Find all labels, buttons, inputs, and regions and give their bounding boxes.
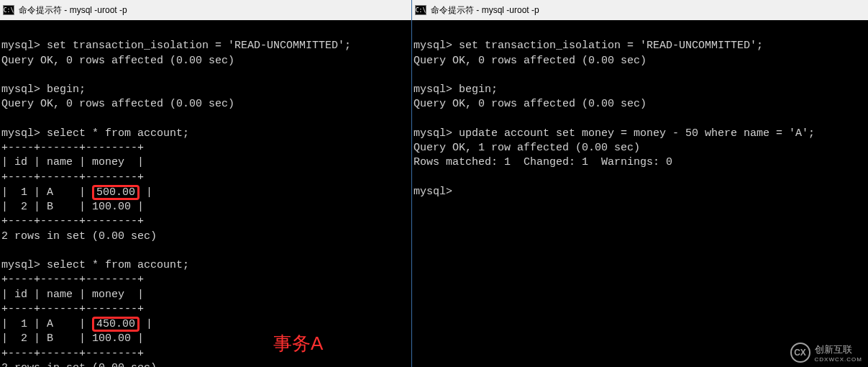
- prompt: mysql>: [1, 40, 40, 52]
- terminal-pane-right: C:\ 命令提示符 - mysql -uroot -p mysql> set t…: [412, 0, 868, 367]
- table-border: +----+------+--------+: [1, 303, 144, 315]
- table-header: | id | name | money |: [1, 289, 144, 301]
- query-result: Query OK, 0 rows affected (0.00 sec): [1, 55, 234, 67]
- query-result: 2 rows in set (0.00 sec): [1, 230, 157, 243]
- watermark-logo-icon: CX: [790, 343, 810, 363]
- titlebar-left[interactable]: C:\ 命令提示符 - mysql -uroot -p: [0, 0, 411, 20]
- query-result: Query OK, 0 rows affected (0.00 sec): [414, 98, 647, 110]
- annotation-label-a: 事务A: [273, 331, 323, 356]
- query-result: Rows matched: 1 Changed: 1 Warnings: 0: [414, 156, 672, 168]
- table-border: +----+------+--------+: [1, 348, 144, 360]
- sql-command: update account set money = money - 50 wh…: [459, 127, 815, 140]
- prompt: mysql>: [414, 40, 452, 52]
- table-border: +----+------+--------+: [1, 171, 144, 184]
- sql-command: select * from account;: [47, 259, 189, 271]
- query-result: Query OK, 0 rows affected (0.00 sec): [414, 55, 647, 67]
- table-row: |: [140, 186, 152, 199]
- window-title: 命令提示符 - mysql -uroot -p: [19, 4, 127, 17]
- table-border: +----+------+--------+: [1, 273, 144, 286]
- window-title: 命令提示符 - mysql -uroot -p: [431, 4, 539, 17]
- watermark-text: 创新互联: [815, 343, 862, 356]
- table-header: | id | name | money |: [1, 156, 144, 168]
- highlight-value: 500.00: [92, 185, 140, 200]
- watermark-subtext: CDXWCX.COM: [815, 356, 862, 363]
- prompt: mysql>: [1, 127, 40, 140]
- table-border: +----+------+--------+: [1, 142, 144, 154]
- prompt: mysql>: [414, 186, 452, 198]
- sql-command: begin;: [459, 83, 498, 96]
- cmd-icon: C:\: [415, 5, 426, 15]
- table-row: | 1 | A |: [1, 318, 92, 330]
- watermark: CX 创新互联 CDXWCX.COM: [790, 343, 862, 363]
- query-result: Query OK, 0 rows affected (0.00 sec): [1, 98, 234, 110]
- query-result: Query OK, 1 row affected (0.00 sec): [414, 142, 640, 154]
- cmd-icon: C:\: [3, 5, 14, 15]
- sql-command: set transaction_isolation = 'READ-UNCOMM…: [459, 40, 763, 52]
- table-row: | 2 | B | 100.00 |: [1, 332, 144, 345]
- terminal-output-left[interactable]: mysql> set transaction_isolation = 'READ…: [0, 20, 411, 367]
- query-result: 2 rows in set (0.00 sec): [1, 362, 157, 367]
- prompt: mysql>: [414, 83, 452, 96]
- sql-command: begin;: [47, 83, 86, 96]
- table-border: +----+------+--------+: [1, 215, 144, 227]
- prompt: mysql>: [414, 127, 452, 140]
- sql-command: set transaction_isolation = 'READ-UNCOMM…: [47, 40, 351, 52]
- table-row: |: [140, 318, 152, 330]
- table-row: | 2 | B | 100.00 |: [1, 201, 144, 213]
- sql-command: select * from account;: [47, 127, 189, 140]
- prompt: mysql>: [1, 259, 40, 271]
- highlight-value: 450.00: [92, 317, 140, 332]
- terminal-output-right[interactable]: mysql> set transaction_isolation = 'READ…: [412, 20, 868, 201]
- terminal-pane-left: C:\ 命令提示符 - mysql -uroot -p mysql> set t…: [0, 0, 412, 367]
- prompt: mysql>: [1, 83, 40, 96]
- titlebar-right[interactable]: C:\ 命令提示符 - mysql -uroot -p: [412, 0, 868, 20]
- table-row: | 1 | A |: [1, 186, 92, 199]
